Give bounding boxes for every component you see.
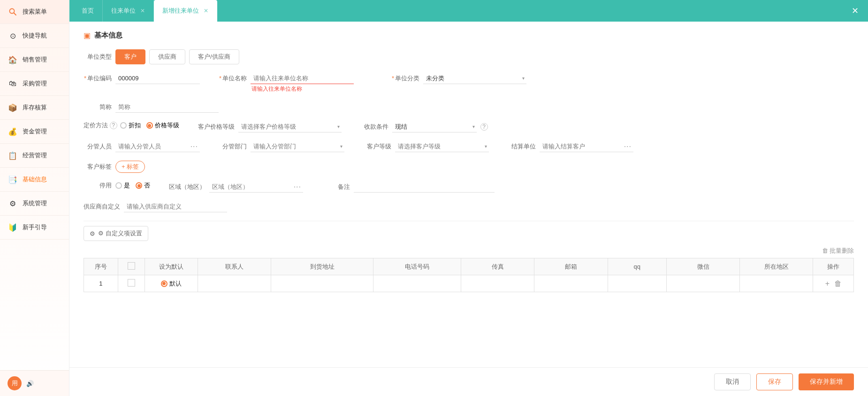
manager-more-btn[interactable]: ···	[189, 142, 200, 151]
region-input[interactable]	[209, 181, 292, 192]
row-seq: 1	[84, 275, 118, 292]
sidebar-item-system[interactable]: ⚙ 系统管理	[0, 192, 69, 216]
add-row-btn[interactable]: +	[825, 280, 830, 287]
sidebar-item-basic-info[interactable]: 📑 基础信息	[0, 168, 69, 192]
window-close-button[interactable]: ✕	[846, 6, 864, 16]
unit-name-error: 请输入往来单位名称	[251, 85, 373, 93]
region-more-btn[interactable]: ···	[292, 183, 303, 191]
sidebar-bottom: 用 🔊	[0, 370, 69, 396]
tab-home[interactable]: 首页	[73, 0, 103, 22]
save-button[interactable]: 保存	[756, 373, 793, 390]
row-default[interactable]: 默认	[145, 275, 198, 292]
payment-terms-input[interactable]	[392, 121, 472, 132]
pricing-discount-radio[interactable]: 折扣	[120, 121, 141, 130]
tags-label: 客户标签	[84, 163, 112, 171]
department-select[interactable]: ▾	[251, 141, 344, 152]
customer-level-label: 客户等级	[363, 142, 391, 151]
select-all-checkbox[interactable]	[128, 262, 135, 270]
row-default-radio[interactable]: 默认	[150, 280, 193, 288]
sidebar-item-search[interactable]: 搜索菜单	[0, 0, 69, 24]
tab-partners[interactable]: 往来单位 ✕	[103, 0, 154, 22]
col-contact: 联系人	[198, 258, 271, 275]
disabled-yes-radio[interactable]: 是	[115, 181, 130, 190]
unit-type-both-btn[interactable]: 客户/供应商	[189, 49, 239, 64]
sidebar-item-quick-nav[interactable]: ⊙ 快捷导航	[0, 24, 69, 48]
add-tag-button[interactable]: + 标签	[115, 161, 145, 173]
tab-new-partner[interactable]: 新增往来单位 ✕	[154, 0, 217, 22]
sidebar-item-operations[interactable]: 📋 经营管理	[0, 144, 69, 168]
department-input[interactable]	[251, 141, 340, 152]
save-new-button[interactable]: 保存并新增	[799, 373, 854, 390]
short-name-field: 简称	[84, 101, 219, 113]
row-select-checkbox[interactable]	[128, 279, 135, 287]
sidebar-item-sales[interactable]: 🏠 销售管理	[0, 48, 69, 72]
unit-category-input[interactable]	[423, 73, 522, 84]
phone-input[interactable]	[394, 280, 441, 287]
col-wechat: 微信	[666, 258, 739, 275]
unit-name-input[interactable]	[251, 73, 354, 84]
tab-new-partner-close[interactable]: ✕	[204, 8, 208, 14]
manager-input[interactable]	[115, 141, 189, 152]
delete-row-btn[interactable]: 🗑	[834, 280, 842, 287]
sidebar-item-label: 搜索菜单	[23, 8, 47, 16]
payment-terms-help-icon[interactable]: ?	[480, 123, 488, 131]
customer-level-field: 客户等级 ▾	[363, 141, 489, 152]
customer-price-level-select[interactable]: ▾	[238, 121, 342, 132]
sidebar-item-finance[interactable]: 💰 资金管理	[0, 120, 69, 144]
batch-delete-btn[interactable]: 🗑 批量删除	[822, 248, 854, 254]
sidebar-item-purchase[interactable]: 🛍 采购管理	[0, 72, 69, 96]
table-header-row: 序号 设为默认 联系人 到货地址 电话号码 传真 邮箱 qq 微信 所在地区 操…	[84, 258, 854, 275]
supplier-custom-label: 供应商自定义	[84, 202, 120, 211]
no-radio-circle	[136, 182, 142, 189]
region-label: 区域（地区）	[169, 183, 206, 191]
row-qq[interactable]	[608, 275, 666, 292]
chevron-down-icon: ▾	[337, 124, 342, 129]
custom-settings-button[interactable]: ⚙ ⚙ 自定义项设置	[84, 226, 148, 241]
sidebar-item-guide[interactable]: 🔰 新手引导	[0, 216, 69, 240]
footer: 取消 保存 保存并新增	[69, 367, 868, 396]
disabled-radio-group: 是 否	[115, 181, 150, 190]
row-phone[interactable]	[373, 275, 461, 292]
short-name-input[interactable]	[115, 101, 219, 113]
supplier-custom-input[interactable]	[124, 201, 227, 212]
email-input[interactable]	[552, 280, 590, 287]
pricing-help-icon[interactable]: ?	[110, 122, 117, 129]
pricing-method-label: 定价方法 ?	[84, 121, 117, 130]
customer-level-input[interactable]	[395, 141, 485, 152]
customer-level-select[interactable]: ▾	[395, 141, 489, 152]
row-actions: + 🗑	[813, 275, 854, 292]
row-fax[interactable]	[461, 275, 534, 292]
qq-input[interactable]	[623, 280, 651, 287]
address-input[interactable]	[294, 280, 350, 287]
settlement-unit-input[interactable]	[540, 141, 622, 152]
customer-price-level-input[interactable]	[238, 121, 337, 132]
disabled-no-radio[interactable]: 否	[136, 181, 150, 190]
fax-input[interactable]	[479, 280, 517, 287]
manager-row: 分管人员 ··· 分管部门 ▾ 客户等级 ▾	[84, 141, 854, 152]
volume-icon: 🔊	[26, 380, 34, 387]
unit-code-input[interactable]	[115, 73, 200, 84]
pricing-level-radio[interactable]: 价格等级	[146, 121, 179, 130]
contact-input[interactable]	[215, 280, 253, 287]
unit-type-customer-btn[interactable]: 客户	[115, 49, 145, 64]
payment-terms-select[interactable]: ▾	[392, 121, 477, 132]
department-label: 分管部门	[219, 142, 247, 151]
unit-type-supplier-btn[interactable]: 供应商	[149, 49, 185, 64]
tab-partners-close[interactable]: ✕	[140, 8, 145, 14]
remarks-input[interactable]	[354, 181, 495, 193]
cancel-button[interactable]: 取消	[714, 373, 751, 390]
tags-row: 客户标签 + 标签	[84, 161, 854, 173]
row-region[interactable]	[740, 275, 813, 292]
manager-field: 分管人员 ···	[84, 141, 200, 152]
wechat-input[interactable]	[685, 280, 722, 287]
row-address[interactable]	[271, 275, 373, 292]
row-wechat[interactable]	[666, 275, 739, 292]
unit-type-row: 单位类型 客户 供应商 客户/供应商	[84, 49, 854, 64]
row-region-input[interactable]	[758, 280, 795, 287]
sidebar-item-inventory[interactable]: 📦 库存核算	[0, 96, 69, 120]
settlement-unit-more-btn[interactable]: ···	[622, 142, 633, 151]
unit-category-select[interactable]: ▾	[423, 73, 526, 84]
row-email[interactable]	[534, 275, 608, 292]
home-icon: 🏠	[8, 54, 18, 65]
row-contact[interactable]	[198, 275, 271, 292]
